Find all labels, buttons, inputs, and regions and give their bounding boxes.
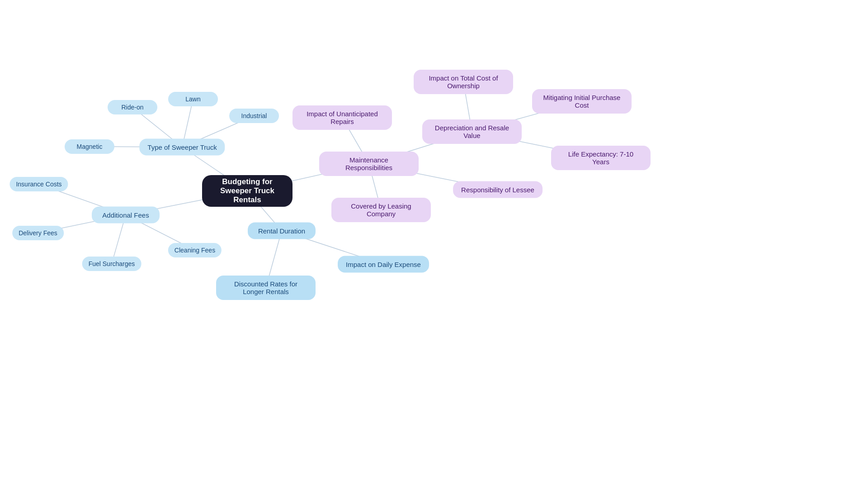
discounted-node[interactable]: Discounted Rates for Longer Rentals	[216, 276, 316, 300]
center-node[interactable]: Budgeting for Sweeper Truck Rentals	[202, 175, 292, 207]
maintenance-node[interactable]: Maintenance Responsibilities	[319, 152, 419, 176]
mitigating-node[interactable]: Mitigating Initial Purchase Cost	[532, 89, 632, 114]
cleaning-node[interactable]: Cleaning Fees	[168, 243, 222, 257]
additional-fees-node[interactable]: Additional Fees	[92, 207, 160, 224]
ride-on-node[interactable]: Ride-on	[108, 100, 157, 114]
rental-duration-node[interactable]: Rental Duration	[248, 223, 316, 239]
industrial-node[interactable]: Industrial	[229, 109, 279, 123]
fuel-node[interactable]: Fuel Surcharges	[82, 257, 142, 271]
depreciation-node[interactable]: Depreciation and Resale Value	[422, 119, 522, 144]
mindmap-container: Budgeting for Sweeper Truck RentalsType …	[0, 0, 868, 490]
unanticipated-node[interactable]: Impact of Unanticipated Repairs	[292, 105, 392, 130]
delivery-node[interactable]: Delivery Fees	[12, 226, 64, 240]
impact-daily-node[interactable]: Impact on Daily Expense	[338, 256, 429, 273]
responsibility-node[interactable]: Responsibility of Lessee	[453, 181, 542, 198]
covered-node[interactable]: Covered by Leasing Company	[331, 198, 431, 222]
life-expectancy-node[interactable]: Life Expectancy: 7-10 Years	[551, 146, 651, 170]
impact-tco-node[interactable]: Impact on Total Cost of Ownership	[414, 70, 513, 94]
type-sweeper-node[interactable]: Type of Sweeper Truck	[139, 139, 225, 156]
magnetic-node[interactable]: Magnetic	[65, 139, 114, 154]
lawn-node[interactable]: Lawn	[168, 92, 218, 106]
insurance-node[interactable]: Insurance Costs	[9, 177, 68, 191]
